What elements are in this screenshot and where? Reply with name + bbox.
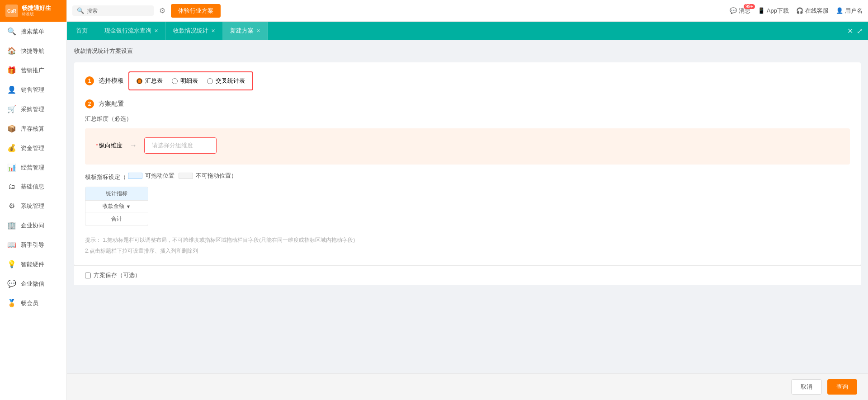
search-icon: 🔍 [77,7,84,14]
tip2: 2.点击标题栏下拉可设置排序、插入列和删除列 [85,245,850,256]
online-service-label: 在线客服 [805,7,829,15]
sidebar-item-enterprise[interactable]: 🏢 企业协同 [0,216,66,235]
sidebar-item-label: 资金管理 [21,144,44,152]
sidebar-item-inventory[interactable]: 📦 库存核算 [0,119,66,138]
sidebar-item-label: 系统管理 [21,202,44,210]
required-marker: * [96,142,98,149]
sidebar-item-label: 经营管理 [21,164,44,172]
sidebar-item-search[interactable]: 🔍 搜索菜单 [0,22,66,41]
query-button[interactable]: 查询 [827,379,857,395]
tab-collection-close-icon[interactable]: ✕ [211,28,215,34]
sidebar-item-marketing[interactable]: 🎁 营销推广 [0,61,66,80]
template-radio-group: 汇总表 明细表 交叉统计表 [137,77,245,85]
radio-detail[interactable]: 明细表 [172,77,198,85]
sidebar-item-label: 快捷导航 [21,47,44,55]
money-icon: 💰 [7,144,16,152]
sidebar-item-wechat[interactable]: 💬 企业微信 [0,274,66,293]
sidebar-item-label: 新手引导 [21,241,44,249]
tab-new-plan-close-icon[interactable]: ✕ [256,28,260,34]
stat-section-label: 统计指标 [85,187,148,201]
folder-icon: 🗂 [7,183,16,191]
sidebar-item-label: 畅会员 [21,299,38,307]
app-download-button[interactable]: 📱 App下载 [758,7,789,15]
tips-area: 提示： 1.拖动标题栏可以调整布局，不可跨维度或指标区域拖动栏目字段(只能在同一… [85,235,850,256]
cancel-button[interactable]: 取消 [791,379,822,395]
tab-collection-label: 收款情况统计 [173,27,208,35]
tab-collection[interactable]: 收款情况统计 ✕ [166,22,223,40]
username: 用户名 [845,7,863,15]
app-download-label: App下载 [767,7,789,15]
dimension-select[interactable]: 请选择分组维度 [144,137,217,154]
draggable-legend: 可拖动位置 [128,172,175,180]
dimension-area: *纵向维度 → 请选择分组维度 [85,128,850,165]
step1-section: 1 选择模板 汇总表 明细表 [85,71,850,90]
tabbar-right-buttons: ✕ ⤢ [842,22,868,40]
user-icon: 👤 [836,7,843,14]
download-icon: 📱 [758,7,765,14]
save-checkbox[interactable] [85,273,91,278]
tab-new-plan-label: 新建方案 [230,27,254,35]
sidebar-item-label: 智能硬件 [21,260,44,268]
user-info[interactable]: 👤 用户名 [836,7,863,15]
gear-icon: ⚙ [7,202,16,210]
tab-bank[interactable]: 现金银行流水查询 ✕ [97,22,166,40]
trial-button[interactable]: 体验行业方案 [171,4,221,18]
radio-summary[interactable]: 汇总表 [137,77,163,85]
tab-expand-icon[interactable]: ⤢ [857,27,863,35]
fixed-legend-label: 不可拖动位置） [196,172,237,180]
sidebar-logo: CaR 畅捷通好生 标准版 [0,0,66,22]
radio-cross[interactable]: 交叉统计表 [207,77,245,85]
main-area: 🔍 ⚙ 体验行业方案 💬 消息 99+ 📱 App下载 🎧 在线客服 👤 用户名 [67,0,868,400]
tab-close-all-icon[interactable]: ✕ [847,27,853,35]
sidebar-item-smart-hw[interactable]: 💡 智能硬件 [0,254,66,274]
indicator-section: 模板指标设定（ 可拖动位置 不可拖动位置） 统计指标 [85,172,850,227]
sidebar-item-quick-nav[interactable]: 🏠 快捷导航 [0,41,66,61]
home-icon: 🏠 [7,47,16,55]
step1-number: 1 [85,76,94,85]
topbar-search-box[interactable]: 🔍 [72,5,154,16]
tab-new-plan[interactable]: 新建方案 ✕ [223,22,268,40]
indicator-label: 模板指标设定（ 可拖动位置 不可拖动位置） [85,172,237,181]
step1-label: 选择模板 [99,77,124,85]
sidebar-item-finance[interactable]: 💰 资金管理 [0,138,66,158]
radio-cross-label: 交叉统计表 [216,77,245,85]
search-input[interactable] [87,8,141,14]
message-badge: 99+ [744,4,755,9]
sidebar-item-sales[interactable]: 👤 销售管理 [0,80,66,99]
step1-header: 1 选择模板 汇总表 明细表 [85,71,850,90]
save-checkbox-label[interactable]: 方案保存（可选） [85,271,141,279]
sidebar-item-member[interactable]: 🏅 畅会员 [0,293,66,313]
indicator-header: 模板指标设定（ 可拖动位置 不可拖动位置） [85,172,850,181]
tip1: 提示： 1.拖动标题栏可以调整布局，不可跨维度或指标区域拖动栏目字段(只能在同一… [85,235,850,245]
arrow-icon: → [130,141,137,150]
tab-bank-close-icon[interactable]: ✕ [154,28,158,34]
stat-item-label: 收款金额 [103,202,124,210]
user-icon: 👤 [7,85,16,94]
tabbar: 首页 现金银行流水查询 ✕ 收款情况统计 ✕ 新建方案 ✕ ✕ ⤢ [67,22,868,40]
fixed-legend-box [179,173,193,179]
stat-sub-row: 合计 [85,212,148,226]
save-label: 方案保存（可选） [94,271,141,279]
step2-section: 2 方案配置 汇总维度（必选） *纵向维度 → 请选择分组维度 模板指标设定 [85,99,850,256]
tab-home[interactable]: 首页 [67,22,97,40]
online-service-button[interactable]: 🎧 在线客服 [796,7,829,15]
sidebar-item-operation[interactable]: 📊 经营管理 [0,158,66,177]
template-selection-box: 汇总表 明细表 交叉统计表 [128,71,253,90]
dimension-title: 汇总维度（必选） [85,115,850,123]
vertical-label: 纵向维度 [99,142,123,149]
stat-item-row[interactable]: 收款金额 ▼ [85,201,148,212]
cart-icon: 🛒 [7,105,16,113]
sidebar-item-label: 搜索菜单 [21,28,44,36]
sidebar-item-purchase[interactable]: 🛒 采购管理 [0,99,66,119]
sidebar-item-base[interactable]: 🗂 基础信息 [0,177,66,196]
settings-icon[interactable]: ⚙ [159,6,165,15]
sidebar-item-label: 销售管理 [21,86,44,94]
sidebar-item-label: 企业微信 [21,280,44,288]
sidebar-item-system[interactable]: ⚙ 系统管理 [0,196,66,216]
message-button[interactable]: 💬 消息 99+ [730,7,750,15]
bottom-section: 方案保存（可选） [74,265,861,285]
sidebar-item-guide[interactable]: 📖 新手引导 [0,235,66,254]
sidebar-item-label: 企业协同 [21,221,44,230]
sidebar-item-label: 库存核算 [21,125,44,133]
main-card: 1 选择模板 汇总表 明细表 [74,62,861,265]
